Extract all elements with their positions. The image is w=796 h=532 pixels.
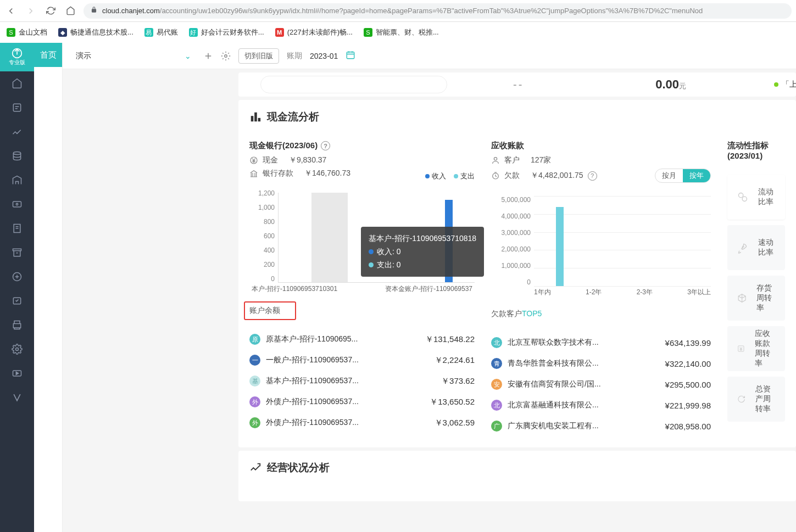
period-value[interactable]: 2023-01 <box>310 52 338 60</box>
nav-print-icon[interactable] <box>0 313 34 337</box>
svg-point-19 <box>738 193 743 198</box>
x-axis: 1年内 1-2年 2-3年 3年以上 <box>534 288 711 297</box>
svg-rect-6 <box>13 249 21 250</box>
cash-bank-title: 现金银行(2023/06) ? <box>249 141 475 151</box>
app-icon: 好 <box>189 28 198 37</box>
nav-voucher-icon[interactable] <box>0 96 34 120</box>
add-button[interactable] <box>203 51 213 61</box>
bank-icon <box>249 169 258 178</box>
nav-closing-icon[interactable] <box>0 289 34 313</box>
account-row[interactable]: 基基本户-招行-1109069537...￥373.62 <box>249 371 475 391</box>
panel-title: 现金流分析 <box>249 110 785 124</box>
customer-row[interactable]: 北北京富基融通科技有限公...¥221,999.98 <box>491 395 711 416</box>
badge-icon: 外 <box>249 417 260 428</box>
metric-card-inventory-turnover[interactable]: 存货周转率 <box>727 276 785 321</box>
receivable-chart[interactable]: 5,000,000 4,000,000 3,000,000 2,000,000 … <box>491 193 711 297</box>
rocket-icon <box>737 238 748 257</box>
customer-row[interactable]: 安安徽有信商贸有限公司/国...¥295,500.00 <box>491 374 711 395</box>
nav-tax-icon[interactable] <box>0 265 34 289</box>
account-row[interactable]: 外外债户-招行-1109069537...￥13,650.52 <box>249 391 475 412</box>
app-icon: 易 <box>144 28 153 37</box>
address-bar[interactable]: cloud.chanjet.com/accounting/uw1eb00zy96… <box>84 3 792 19</box>
shield-icon: ◆ <box>58 28 67 37</box>
search-pill[interactable] <box>260 76 447 93</box>
dot-icon <box>454 174 458 178</box>
forward-button[interactable] <box>24 4 37 18</box>
customer-row[interactable]: 北北京互帮联众数字技术有...¥634,139.99 <box>491 332 711 353</box>
org-selector[interactable]: 演示 ⌄ <box>71 49 196 63</box>
toggle-month[interactable]: 按月 <box>655 169 683 182</box>
user-icon <box>491 156 500 165</box>
bookmark-item[interactable]: S金山文档 <box>7 27 47 37</box>
left-nav-rail: 专业版 <box>0 43 34 532</box>
top-bar: 演示 ⌄ 切到旧版 账期 2023-01 <box>63 43 796 69</box>
svg-point-11 <box>225 54 227 57</box>
metric-card-ar-turnover[interactable]: 应收账款周转率 <box>727 326 785 371</box>
nav-report-icon[interactable] <box>0 120 34 144</box>
calendar-icon[interactable] <box>346 50 355 61</box>
dash-value: -- <box>513 79 524 91</box>
switch-version-button[interactable]: 切到旧版 <box>238 48 279 64</box>
yen-box-icon <box>737 339 745 359</box>
svg-rect-14 <box>254 113 257 122</box>
account-row[interactable]: 一一般户-招行-1109069537...￥2,224.61 <box>249 350 475 371</box>
chart-legend: 收入 支出 <box>425 171 475 181</box>
period-toggle[interactable]: 按月 按年 <box>655 169 711 183</box>
help-icon[interactable]: ? <box>321 141 330 150</box>
nav-invoice-icon[interactable] <box>0 216 34 240</box>
app-logo[interactable]: 专业版 <box>0 43 34 71</box>
cash-bank-chart[interactable]: 1,200 1,000 800 600 400 200 0 <box>249 189 475 294</box>
customer-row[interactable]: 广广东腾安机电安装工程有...¥208,958.00 <box>491 416 711 436</box>
bookmark-item[interactable]: 好好会计云财务软件... <box>189 27 264 37</box>
account-row[interactable]: 原原基本户-招行-11090695...￥131,548.22 <box>249 329 475 350</box>
box-icon <box>737 288 747 308</box>
metric-card-current-ratio[interactable]: 流动比率 <box>727 175 785 220</box>
badge-icon: 北 <box>491 337 502 348</box>
y-axis: 5,000,000 4,000,000 3,000,000 2,000,000 … <box>491 196 531 286</box>
home-button[interactable] <box>64 4 77 18</box>
nav-video-icon[interactable] <box>0 361 34 385</box>
back-button[interactable] <box>4 4 18 18</box>
mail-icon: M <box>275 28 284 37</box>
nav-home-icon[interactable] <box>0 71 34 96</box>
tab-rail: 首页 <box>34 43 63 532</box>
svg-point-4 <box>16 203 18 205</box>
metric-card-asset-turnover[interactable]: 总资产周转率 <box>727 377 785 422</box>
panel-title: 经营状况分析 <box>249 461 785 475</box>
settings-gear-icon[interactable] <box>221 51 231 61</box>
svg-point-17 <box>494 158 497 160</box>
zero-value: 0.00元 <box>655 77 686 92</box>
help-icon[interactable]: ? <box>588 171 597 181</box>
reload-button[interactable] <box>44 4 57 18</box>
y-axis: 1,200 1,000 800 600 400 200 0 <box>249 189 275 283</box>
customer-row[interactable]: 青青岛华胜普金科技有限公...¥322,140.00 <box>491 353 711 374</box>
owe-line: 欠款 ￥4,482,001.75 ? 按月 按年 <box>491 169 711 183</box>
metric-card-quick-ratio[interactable]: 速动比率 <box>727 225 785 270</box>
nav-v-icon[interactable] <box>0 385 34 410</box>
nav-asset-icon[interactable] <box>0 168 34 192</box>
hover-band <box>311 193 348 282</box>
nav-salary-icon[interactable] <box>0 192 34 216</box>
svg-point-2 <box>13 152 20 155</box>
nav-fund-icon[interactable] <box>0 144 34 168</box>
toggle-year[interactable]: 按年 <box>683 169 710 182</box>
chart-tooltip: 基本户-招行-110906953710818 收入: 0 支出: 0 <box>361 227 484 277</box>
top5-title: 欠款客户TOP5 <box>491 309 711 319</box>
account-row[interactable]: 外外债户-招行-1109069537...￥3,062.59 <box>249 412 475 433</box>
news-item[interactable]: 「上新」好会计20230511迭代更新 <box>774 80 796 89</box>
cashflow-panel: 现金流分析 现金银行(2023/06) ? 现金 ￥9,830.37 <box>238 100 796 447</box>
nav-archive-icon[interactable] <box>0 240 34 265</box>
liquidity-title: 流动性指标(2023/01) <box>727 141 785 160</box>
tab-home[interactable]: 首页 <box>34 43 62 67</box>
bookmark-item[interactable]: M(227封未读邮件)畅... <box>275 27 353 37</box>
nav-settings-icon[interactable] <box>0 337 34 361</box>
ratio-icon <box>737 187 748 207</box>
cycle-icon <box>737 389 745 409</box>
bookmark-item[interactable]: S智能票、财、税推... <box>364 27 439 37</box>
chevron-down-icon: ⌄ <box>185 52 191 60</box>
bookmark-item[interactable]: 易易代账 <box>144 27 178 37</box>
url-text: cloud.chanjet.com/accounting/uw1eb00zy96… <box>102 7 703 15</box>
bookmark-item[interactable]: ◆畅捷通信息技术股... <box>58 27 133 37</box>
yen-icon <box>249 156 258 165</box>
dot-icon <box>774 82 778 87</box>
